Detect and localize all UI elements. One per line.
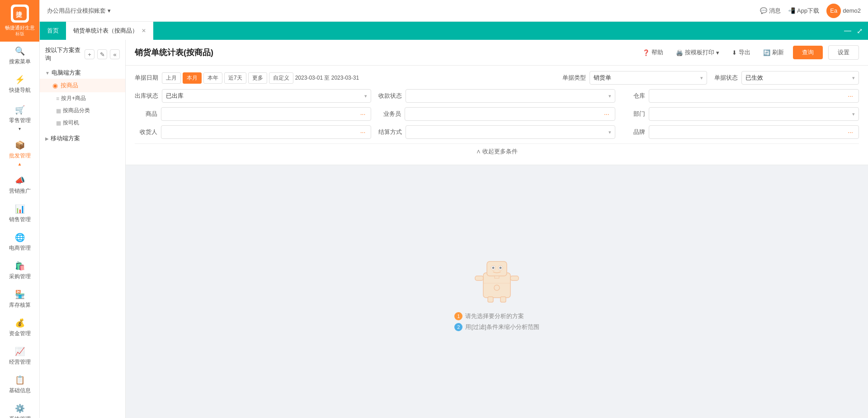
out-status-select[interactable]: 已出库 ▾ <box>162 89 371 103</box>
top-header: 办公用品行业模拟账套 ▾ 💬 消息 📲 App下载 Ea demo2 <box>40 0 868 22</box>
brand-select[interactable]: ··· <box>649 125 859 139</box>
sidebar-item-search[interactable]: 🔍 搜索菜单 <box>0 42 40 70</box>
receipt-status-label: 收款状态 <box>378 92 402 100</box>
sidebar-item-wholesale[interactable]: 📦 批发管理 ▲ <box>0 136 40 171</box>
svg-text:捷: 捷 <box>15 11 23 18</box>
mobile-group-arrow-icon: ▶ <box>45 136 49 141</box>
sidebar-item-sales[interactable]: 📊 销售管理 <box>0 200 40 228</box>
sidebar-item-retail[interactable]: 🛒 零售管理 ▾ <box>0 100 40 136</box>
settlement-arrow: ▾ <box>609 129 611 135</box>
warehouse-dots[interactable]: ··· <box>846 92 855 100</box>
help-btn[interactable]: ❓ 帮助 <box>639 47 667 58</box>
doc-status-label: 单据状态 <box>714 74 738 82</box>
receipt-status-select[interactable]: ▾ <box>406 89 615 103</box>
filter-row-2: 出库状态 已出库 ▾ 收款状态 ▾ 仓库 <box>135 89 859 103</box>
app-download-btn[interactable]: 📲 App下载 <box>788 7 819 15</box>
sidebar-item-ecom[interactable]: 🌐 电商管理 <box>0 228 40 256</box>
date-btn-7days[interactable]: 近7天 <box>224 72 246 84</box>
goods-select[interactable]: ··· <box>161 107 371 121</box>
panel-group-mobile-title[interactable]: ▶ 移动端方案 <box>40 133 125 144</box>
collapse-bar[interactable]: ∧ 收起更多条件 <box>135 143 859 159</box>
template-print-btn[interactable]: 🖨️ 按模板打印 ▾ <box>672 47 723 58</box>
date-btn-more[interactable]: 更多 <box>248 72 267 84</box>
settlement-select[interactable]: ▾ <box>406 125 615 139</box>
print-dropdown-arrow: ▾ <box>716 49 719 56</box>
brand-dots[interactable]: ··· <box>846 128 855 136</box>
filter-settlement: 结算方式 ▾ <box>378 125 615 139</box>
filter-row-3: 商品 ··· 业务员 ··· 部门 <box>135 107 859 121</box>
filter-salesperson: 业务员 ··· <box>378 107 615 121</box>
tab-sales-stats[interactable]: 销货单统计表（按商品） ✕ <box>66 22 153 40</box>
sidebar-item-marketing[interactable]: 📣 营销推广 <box>0 171 40 200</box>
workspace-dropdown[interactable]: 办公用品行业模拟账套 ▾ <box>47 7 111 15</box>
month-product-icon: ≡ <box>56 95 59 102</box>
tab-minimize-btn[interactable]: — <box>842 25 853 37</box>
panel-add-btn[interactable]: + <box>85 49 94 59</box>
panel-item-by-product[interactable]: ◉ 按商品 <box>40 79 125 92</box>
dept-select[interactable]: ▾ <box>649 107 859 121</box>
salesperson-dots[interactable]: ··· <box>602 110 611 118</box>
panel-group-mobile: ▶ 移动端方案 <box>40 131 125 146</box>
app-logo: 捷 畅捷通好生意 标版 <box>0 0 40 42</box>
tab-right-actions: — ⤢ <box>842 22 868 40</box>
export-btn[interactable]: ⬇ 导出 <box>728 47 754 58</box>
filter-warehouse: 仓库 ··· <box>623 89 859 103</box>
page-title: 销货单统计表(按商品) <box>135 47 213 58</box>
doc-status-value: 已生效 <box>745 74 763 82</box>
tab-home[interactable]: 首页 <box>40 22 66 40</box>
panel-item-by-category[interactable]: ▦ 按商品分类 <box>40 104 125 117</box>
sidebar-item-quicknav[interactable]: ⚡ 快捷导航 <box>0 70 40 99</box>
doc-status-select[interactable]: 已生效 ▾ <box>741 71 859 85</box>
system-icon: ⚙️ <box>15 404 25 413</box>
dept-arrow: ▾ <box>852 111 855 117</box>
query-btn[interactable]: 查询 <box>793 46 823 59</box>
panel-item-by-month-product[interactable]: ≡ 按月+商品 <box>40 92 125 104</box>
tab-expand-btn[interactable]: ⤢ <box>855 25 864 37</box>
refresh-btn[interactable]: 🔄 刷新 <box>760 47 788 58</box>
sidebar-item-operation[interactable]: 📈 经营管理 <box>0 342 40 370</box>
doc-type-select[interactable]: 销货单 ▾ <box>590 71 707 85</box>
message-btn[interactable]: 💬 消息 <box>760 7 781 15</box>
panel-item-by-cashier[interactable]: ▦ 按司机 <box>40 117 125 129</box>
filter-row-1: 单据日期 上月 本月 本年 近7天 更多 自定义 2023-03-01 至 20… <box>135 71 859 85</box>
panel-edit-btn[interactable]: ✎ <box>97 49 107 59</box>
settings-btn[interactable]: 设置 <box>828 45 859 60</box>
tab-close-btn[interactable]: ✕ <box>142 28 146 34</box>
purchase-icon: 🛍️ <box>15 261 25 271</box>
date-btn-this-year[interactable]: 本年 <box>203 72 222 84</box>
tip-2-text: 用[过滤]条件来缩小分析范围 <box>465 323 539 331</box>
date-btn-custom[interactable]: 自定义 <box>269 72 293 84</box>
recipient-select[interactable]: ··· <box>161 125 371 139</box>
sidebar-item-system[interactable]: ⚙️ 系统管理 <box>0 399 40 418</box>
panel-group-desktop-title[interactable]: ▼ 电脑端方案 <box>40 67 125 79</box>
sidebar-item-basic[interactable]: 📋 基础信息 <box>0 370 40 399</box>
sidebar-item-inventory[interactable]: 🏪 库存核算 <box>0 285 40 314</box>
filter-doc-type: 单据类型 销货单 ▾ <box>562 71 707 85</box>
sidebar-item-purchase[interactable]: 🛍️ 采购管理 <box>0 256 40 285</box>
out-status-arrow: ▾ <box>364 93 367 99</box>
date-btn-last-month[interactable]: 上月 <box>162 72 181 84</box>
quicknav-icon: ⚡ <box>15 75 25 85</box>
salesperson-select[interactable]: ··· <box>405 107 615 121</box>
tip-2-num: 2 <box>454 323 462 331</box>
recipient-dots[interactable]: ··· <box>359 128 368 136</box>
svg-rect-3 <box>487 261 507 276</box>
workspace-title: 办公用品行业模拟账套 <box>47 7 106 15</box>
wholesale-icon: 📦 <box>15 140 25 150</box>
filter-brand: 品牌 ··· <box>623 125 859 139</box>
user-profile[interactable]: Ea demo2 <box>826 4 861 18</box>
salesperson-label: 业务员 <box>378 110 401 118</box>
svg-rect-8 <box>495 276 499 278</box>
panel-collapse-btn[interactable]: « <box>110 49 120 59</box>
sidebar-item-finance[interactable]: 💰 资金管理 <box>0 314 40 342</box>
goods-dots[interactable]: ··· <box>359 110 368 118</box>
svg-rect-10 <box>500 297 506 302</box>
sales-stats-tab-label: 销货单统计表（按商品） <box>73 27 138 35</box>
refresh-icon: 🔄 <box>763 49 770 56</box>
doc-status-arrow: ▾ <box>852 75 855 81</box>
panel-group-desktop: ▼ 电脑端方案 ◉ 按商品 ≡ 按月+商品 ▦ 按商品分类 ▦ 按司机 <box>40 65 125 131</box>
main-area: 办公用品行业模拟账套 ▾ 💬 消息 📲 App下载 Ea demo2 首页 <box>40 0 868 418</box>
warehouse-select[interactable]: ··· <box>649 89 859 103</box>
brand-label: 品牌 <box>623 128 645 136</box>
date-btn-this-month[interactable]: 本月 <box>183 72 202 84</box>
